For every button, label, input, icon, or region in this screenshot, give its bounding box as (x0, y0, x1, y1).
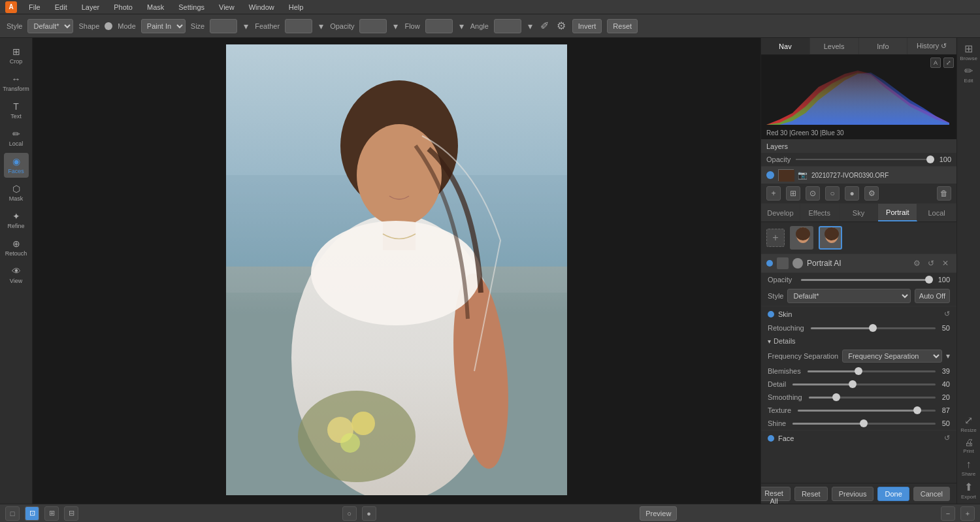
tool-view[interactable]: 👁 View (4, 263, 29, 287)
portrait-gear-icon[interactable]: ⚙ (911, 257, 923, 269)
tab-history[interactable]: History ↺ (907, 38, 956, 54)
auto-off-button[interactable]: Auto Off (915, 289, 950, 303)
opacity-input[interactable]: 17 (359, 19, 387, 33)
portrait-vis-dot[interactable] (766, 260, 773, 267)
menu-view[interactable]: View (216, 2, 237, 12)
done-button[interactable]: Done (877, 487, 909, 501)
status-icon-6[interactable]: ● (362, 506, 376, 521)
cancel-button[interactable]: Cancel (913, 487, 950, 501)
detail-slider[interactable] (792, 383, 936, 385)
app-logo: A (5, 1, 17, 13)
tab-info[interactable]: Info (859, 38, 908, 54)
sidebar-export[interactable]: ⬆ Export (959, 480, 979, 500)
tab-levels[interactable]: Levels (810, 38, 859, 54)
freq-sep-chevron[interactable]: ▾ (946, 351, 950, 361)
tool-refine[interactable]: ✦ Refine (4, 208, 29, 233)
reset-button[interactable]: Reset (794, 487, 828, 501)
canvas-area[interactable] (33, 38, 760, 504)
menu-settings[interactable]: Settings (176, 2, 207, 12)
portrait-reset-icon[interactable]: ↺ (925, 257, 937, 269)
tab-nav[interactable]: Nav (761, 38, 810, 54)
skin-vis-dot[interactable] (768, 311, 774, 318)
menu-window[interactable]: Window (246, 2, 277, 12)
feather-chevron-icon[interactable]: ▾ (318, 20, 325, 33)
status-icon-2[interactable]: ⊡ (25, 506, 39, 521)
shine-slider[interactable] (792, 423, 936, 425)
settings-icon[interactable]: ⚙ (555, 18, 567, 33)
tool-faces[interactable]: ◉ Faces (4, 153, 29, 178)
angle-chevron-icon[interactable]: ▾ (527, 20, 534, 33)
layer-copy-button[interactable]: ⊞ (786, 186, 800, 201)
status-icon-3[interactable]: ⊞ (44, 506, 59, 521)
angle-input[interactable]: 0 (494, 19, 521, 33)
invert-button[interactable]: Invert (572, 19, 602, 33)
tab-effects[interactable]: Effects (800, 204, 840, 221)
style-select[interactable]: Default* (27, 19, 73, 33)
preview-button[interactable]: Preview (640, 506, 677, 521)
sidebar-print[interactable]: 🖨 Print (959, 436, 979, 455)
tool-local[interactable]: ✏ Local (4, 125, 29, 150)
sidebar-edit[interactable]: ✏ Edit (959, 64, 979, 84)
brush-icon[interactable]: ✐ (539, 18, 550, 33)
sidebar-share[interactable]: ↑ Share (959, 458, 979, 478)
skin-reset-icon[interactable]: ↺ (944, 310, 950, 318)
status-zoom-in[interactable]: + (960, 506, 975, 521)
layer-settings-button[interactable]: ⚙ (864, 186, 879, 201)
portrait-close-icon[interactable]: ✕ (939, 257, 951, 269)
menu-help[interactable]: Help (286, 2, 306, 12)
tool-crop[interactable]: ⊞ Crop (4, 43, 29, 68)
details-subsection-header[interactable]: ▾ Details (761, 334, 956, 348)
previous-button[interactable]: Previous (832, 487, 874, 501)
blemishes-slider[interactable] (808, 370, 936, 372)
face-thumb-2[interactable] (819, 226, 842, 250)
reset-all-button[interactable]: Reset All (760, 487, 791, 501)
menu-mask[interactable]: Mask (144, 2, 167, 12)
status-icon-5[interactable]: ○ (342, 506, 357, 521)
menu-file[interactable]: File (26, 2, 43, 12)
sidebar-browse[interactable]: ⊞ Browse (959, 42, 979, 61)
tab-local[interactable]: Local (917, 204, 956, 221)
face-reset-icon[interactable]: ↺ (944, 434, 950, 442)
tool-transform[interactable]: ↔ Transform (4, 71, 29, 95)
status-icon-1[interactable]: □ (5, 506, 20, 521)
tab-sky[interactable]: Sky (840, 204, 879, 221)
menu-edit[interactable]: Edit (52, 2, 70, 12)
texture-slider[interactable] (798, 410, 936, 412)
flow-input[interactable]: 100 (425, 19, 453, 33)
sidebar-resize[interactable]: ⤢ Resize (959, 414, 979, 433)
layer-circle1-button[interactable]: ○ (825, 186, 840, 201)
opacity-chevron-icon[interactable]: ▾ (392, 20, 399, 33)
tool-mask[interactable]: ⬡ Mask (4, 180, 29, 205)
layer-delete-button[interactable]: 🗑 (937, 186, 951, 201)
face-vis-dot[interactable] (768, 435, 774, 442)
reset-button[interactable]: Reset (607, 19, 638, 33)
freq-sep-select[interactable]: Frequency Separation (842, 350, 942, 363)
tab-develop[interactable]: Develop (761, 204, 800, 221)
status-zoom-out[interactable]: − (941, 506, 955, 521)
shape-circle (105, 22, 112, 30)
feather-input[interactable]: 46 (285, 19, 312, 33)
size-input[interactable]: 9 (210, 19, 237, 33)
portrait-style-select[interactable]: Default* (787, 289, 910, 303)
status-icon-4[interactable]: ⊟ (64, 506, 78, 521)
layer-mask-button[interactable]: ⊙ (806, 186, 820, 201)
layer-add-button[interactable]: + (766, 186, 781, 201)
retouching-slider[interactable] (811, 327, 936, 329)
tab-portrait[interactable]: Portrait (878, 204, 917, 221)
opacity-slider[interactable] (796, 159, 934, 160)
portrait-opacity-slider[interactable] (801, 279, 928, 281)
face-thumb-1[interactable] (790, 226, 813, 250)
layer-circle2-button[interactable]: ● (845, 186, 859, 201)
toolbar: Style Default* Shape Mode Paint In Size … (0, 14, 980, 38)
flow-chevron-icon[interactable]: ▾ (458, 20, 465, 33)
tool-text[interactable]: T Text (4, 98, 29, 123)
size-chevron-icon[interactable]: ▾ (242, 20, 250, 33)
mode-select[interactable]: Paint In (141, 19, 186, 33)
smoothing-slider[interactable] (809, 397, 936, 399)
layer-row[interactable]: 📷 20210727-IVOR0390.ORF (761, 166, 956, 184)
tool-retouch[interactable]: ⊕ Retouch (4, 235, 29, 260)
menu-photo[interactable]: Photo (111, 2, 135, 12)
layer-visibility[interactable] (766, 171, 774, 179)
menu-layer[interactable]: Layer (79, 2, 103, 12)
add-face-button[interactable]: + (766, 229, 785, 247)
